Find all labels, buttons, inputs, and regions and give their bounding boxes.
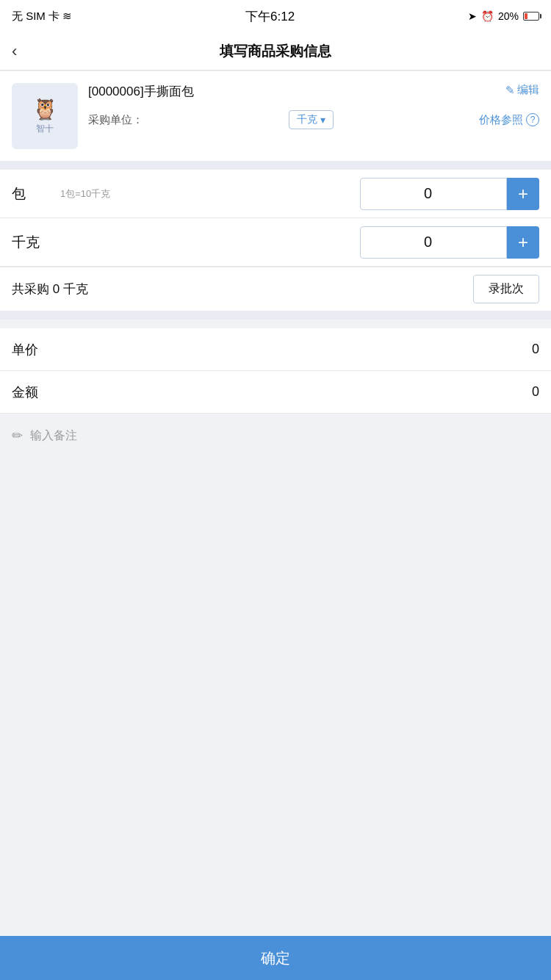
notes-placeholder: 输入备注 [30, 428, 77, 444]
product-name: [0000006]手撕面包 [88, 83, 194, 100]
alarm-icon: ⏰ [481, 10, 494, 22]
purchase-unit-label: 采购单位： [88, 113, 143, 127]
unit-value: 千克 [297, 113, 317, 126]
divider-2 [0, 311, 551, 320]
kg-quantity-input[interactable] [360, 226, 507, 259]
product-info: [0000006]手撕面包 ✎ 编辑 采购单位： 千克 ▾ 价格参照 ? [88, 83, 539, 129]
price-ref-label: 价格参照 [479, 113, 523, 127]
bag-quantity-input[interactable] [360, 178, 507, 210]
confirm-button[interactable]: 确定 [0, 936, 551, 980]
product-logo-icon: 🦉 [32, 97, 58, 121]
edit-button[interactable]: ✎ 编辑 [505, 83, 539, 97]
kg-input-row: 千克 + [0, 218, 551, 267]
unit-price-row: 单价 0 [0, 328, 551, 371]
edit-icon: ✎ [505, 84, 515, 97]
chevron-down-icon: ▾ [320, 114, 325, 126]
bag-input-row: 包 1包=10千克 + [0, 170, 551, 218]
price-section: 单价 0 金额 0 [0, 328, 551, 414]
kg-plus-button[interactable]: + [507, 226, 539, 259]
confirm-label: 确定 [261, 948, 290, 968]
nav-bar: ‹ 填写商品采购信息 [0, 32, 551, 71]
unit-price-value: 0 [532, 342, 539, 357]
status-time: 下午6:12 [245, 8, 295, 25]
product-thumbnail: 🦉 智十 [12, 83, 78, 149]
price-ref-button[interactable]: 价格参照 ? [479, 113, 539, 127]
kg-label: 千克 [12, 233, 56, 252]
pencil-icon: ✏ [12, 428, 23, 444]
page-title: 填写商品采购信息 [220, 42, 331, 61]
back-button[interactable]: ‹ [12, 42, 17, 61]
amount-row: 金额 0 [0, 371, 551, 414]
kg-qty-control: + [360, 226, 539, 259]
brand-label: 智十 [36, 123, 54, 135]
info-icon: ? [526, 113, 539, 126]
summary-text: 共采购 0 千克 [12, 281, 88, 298]
purchase-unit-row: 采购单位： 千克 ▾ 价格参照 ? [88, 110, 539, 129]
product-section: 🦉 智十 [0000006]手撕面包 ✎ 编辑 采购单位： 千克 ▾ 价格参照 … [0, 71, 551, 161]
unit-price-label: 单价 [12, 341, 38, 359]
batch-button[interactable]: 录批次 [473, 275, 539, 303]
amount-value: 0 [532, 384, 539, 400]
amount-label: 金额 [12, 383, 38, 401]
status-left: 无 SIM 卡 ≋ [12, 10, 72, 24]
bag-label: 包 [12, 184, 56, 203]
footer-area [0, 458, 551, 693]
battery-percent: 20% [498, 10, 519, 22]
edit-label: 编辑 [517, 83, 539, 97]
location-icon: ➤ [468, 10, 477, 22]
bag-sublabel: 1包=10千克 [60, 187, 360, 201]
battery-icon [523, 12, 539, 21]
bag-plus-button[interactable]: + [507, 178, 539, 210]
bag-qty-control: + [360, 178, 539, 210]
product-name-row: [0000006]手撕面包 ✎ 编辑 [88, 83, 539, 100]
notes-section[interactable]: ✏ 输入备注 [0, 414, 551, 458]
status-right: ➤ ⏰ 20% [468, 10, 539, 22]
input-section: 包 1包=10千克 + 千克 + [0, 170, 551, 267]
summary-row: 共采购 0 千克 录批次 [0, 267, 551, 311]
sim-status: 无 SIM 卡 ≋ [12, 10, 72, 24]
status-bar: 无 SIM 卡 ≋ 下午6:12 ➤ ⏰ 20% [0, 0, 551, 32]
divider-1 [0, 161, 551, 170]
unit-dropdown[interactable]: 千克 ▾ [289, 110, 334, 129]
